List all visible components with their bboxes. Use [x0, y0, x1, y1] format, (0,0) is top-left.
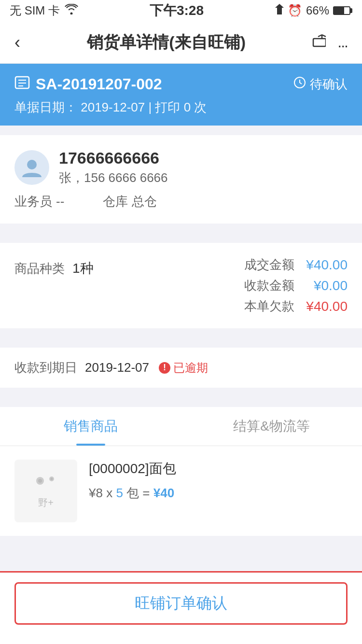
order-date: 单据日期： 2019-12-07 | 打印 0 次 — [14, 99, 348, 116]
svg-point-10 — [51, 477, 53, 480]
bottom-button-container: 旺铺订单确认 — [0, 571, 362, 644]
page-title: 销货单详情(来自旺铺) — [87, 31, 246, 54]
product-price: ¥8 x 5 包 = ¥40 — [89, 485, 348, 502]
status-time: 下午3:28 — [150, 1, 204, 20]
product-type-label: 商品种类 — [14, 260, 65, 277]
customer-phone: 17666666666 — [59, 149, 168, 168]
order-id-text: SA-20191207-002 — [36, 75, 162, 93]
wifi-icon — [65, 4, 78, 17]
tab-sales-products[interactable]: 销售商品 — [0, 407, 181, 446]
location-icon — [275, 4, 284, 17]
order-status: 待确认 — [293, 76, 348, 93]
deal-amount-value: ¥40.00 — [304, 257, 348, 273]
overdue-icon: ! — [159, 362, 170, 374]
customer-name: 张，156 6666 6666 — [59, 169, 168, 186]
due-date-label: 收款到期日 — [14, 359, 77, 376]
summary-right: 成交金额 ¥40.00 收款金额 ¥0.00 本单欠款 ¥40.00 — [244, 256, 348, 315]
nav-bar: ‹ 销货单详情(来自旺铺) ... — [0, 21, 362, 64]
salesperson-label: 业务员 — [14, 193, 52, 210]
clock-icon — [293, 76, 306, 92]
product-name: [0000002]面包 — [89, 460, 348, 478]
due-date-section: 收款到期日 2019-12-07 ! 已逾期 — [0, 348, 362, 388]
receipt-amount-value: ¥0.00 — [304, 278, 348, 294]
status-bar: 无 SIM 卡 下午3:28 ⏰ 66% — [0, 0, 362, 21]
salesperson-value: -- — [56, 194, 64, 209]
product-image: 野+ — [14, 460, 77, 522]
overdue-badge: ! 已逾期 — [159, 360, 208, 376]
nav-actions: ... — [312, 33, 348, 51]
order-id: SA-20191207-002 — [14, 75, 162, 93]
tab-settlement[interactable]: 结算&物流等 — [181, 407, 362, 446]
svg-rect-0 — [313, 39, 326, 46]
status-right: ⏰ 66% — [275, 4, 352, 17]
order-icon — [14, 75, 30, 93]
customer-avatar — [14, 150, 49, 185]
summary-section: 商品种类 1种 成交金额 ¥40.00 收款金额 ¥0.00 本单欠款 ¥40.… — [0, 243, 362, 328]
svg-point-6 — [27, 160, 37, 169]
back-button[interactable]: ‹ — [14, 32, 20, 53]
tabs-header: 销售商品 结算&物流等 — [0, 407, 362, 446]
product-info: [0000002]面包 ¥8 x 5 包 = ¥40 — [89, 460, 348, 502]
warehouse-value: 总仓 — [132, 193, 157, 210]
product-total: ¥40 — [153, 486, 174, 500]
overdue-text: 已逾期 — [173, 360, 208, 376]
share-icon[interactable] — [312, 34, 326, 51]
carrier-label: 无 SIM 卡 — [10, 3, 60, 18]
product-qty: 5 — [116, 486, 123, 500]
battery-percent: 66% — [306, 4, 329, 17]
deal-amount-label: 成交金额 — [244, 256, 294, 273]
product-type-value: 1种 — [72, 259, 94, 278]
customer-section: 17666666666 张，156 6666 6666 业务员 -- 仓库 总仓 — [0, 135, 362, 224]
order-header: SA-20191207-002 待确认 单据日期： 2019-12-07 | 打… — [0, 64, 362, 126]
customer-meta: 业务员 -- 仓库 总仓 — [14, 193, 348, 210]
svg-point-8 — [38, 479, 42, 483]
warehouse-label: 仓库 — [103, 193, 128, 210]
status-left: 无 SIM 卡 — [10, 3, 78, 18]
confirm-order-button[interactable]: 旺铺订单确认 — [14, 582, 348, 625]
alarm-icon: ⏰ — [288, 4, 302, 17]
more-icon[interactable]: ... — [337, 33, 348, 51]
balance-value: ¥40.00 — [304, 299, 348, 314]
status-text: 待确认 — [310, 76, 348, 93]
battery-icon — [333, 6, 352, 15]
product-item: 野+ [0000002]面包 ¥8 x 5 包 = ¥40 — [0, 446, 362, 536]
balance-label: 本单欠款 — [244, 298, 294, 315]
receipt-amount-label: 收款金额 — [244, 277, 294, 294]
due-date-value: 2019-12-07 — [85, 360, 149, 375]
tabs-section: 销售商品 结算&物流等 野+ [0000002]面包 ¥8 — [0, 407, 362, 536]
